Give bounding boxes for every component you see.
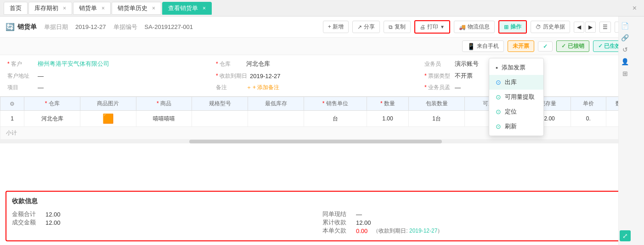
sub-toolbar: 📱 来自手机 未开票 ✓ ✓ 已核销 ✓ 已生效 [0,38,631,55]
payment-date-label: 收款到期日 [216,72,247,80]
new-button[interactable]: + 新增 [323,21,349,33]
settings-icon[interactable]: ⚙ [10,101,15,107]
total-row: 金额合计 12.00 [12,210,309,218]
ticket-type-label: 票据类型 [424,72,452,80]
nav-prev[interactable]: ◀ [574,22,584,33]
view-toggle-list[interactable]: ☰ [599,22,611,33]
warehouse-value: 河北仓库 [246,60,270,68]
print-button[interactable]: 🖨 打印 ▼ [414,20,450,34]
checked-badge: ✓ 已核销 [556,40,589,52]
tab-close-inventory[interactable]: × [63,5,66,11]
project-row: 项目 — [7,84,207,91]
share-button[interactable]: ↗ 分享 [352,21,380,33]
outbound-icon: ⊙ [496,79,501,86]
tab-close-sales[interactable]: × [102,5,105,11]
no-label: 单据编号 [113,23,137,31]
tab-history[interactable]: 销货单历史 × [112,2,161,15]
sidebar-icon-doc[interactable]: 📄 [620,20,631,31]
project-label: 项目 [7,84,35,91]
payment-date-row: 收款到期日 2019-12-27 [216,72,415,80]
cumulative-value: 12.00 [356,219,371,226]
ops-button[interactable]: ⊞ 操作 [498,20,527,34]
logistics-button[interactable]: 🚚 物流信息 [454,21,495,33]
row-product: 嘻嘻嘻嘻 [136,111,192,127]
dropdown-item-locate[interactable]: ⊙ 定位 [489,104,543,119]
note-row: 备注 ＋ + 添加备注 [216,84,415,91]
row-num: 1 [0,111,24,127]
dropdown-item-refresh[interactable]: ⊙ 刷新 [489,119,543,134]
note-label: 备注 [216,84,243,91]
owed-label: 本单欠款 [322,227,352,235]
col-warehouse: 仓库 [24,97,80,111]
staff2-label: 业务员孟 [424,84,452,91]
tab-bar: 首页 库存期初 × 销货单 × 销货单历史 × 查看销货单 × × [0,0,644,17]
tab-close-history[interactable]: × [152,5,155,11]
doc-title: 🔄 销货单 [6,23,37,31]
nav-next[interactable]: ▶ [585,22,596,33]
invoice-icon: ▪ [496,64,498,71]
dropdown-item-invoice[interactable]: ▪ 添加发票 [489,60,543,75]
address-row: 客户地址 — [7,72,207,80]
owed-row: 本单欠款 0.00 （收款到期日: 2019-12-27） [322,227,619,235]
deal-amount-label: 成交金额 [12,218,42,227]
global-close-button[interactable]: × [629,4,640,12]
open-badge: 未开票 [508,40,534,52]
copy-button[interactable]: ⧉ 复制 [384,21,411,33]
col-min-stock: 最低库存 [248,97,304,111]
no-value: SA-20191227-001 [145,23,193,30]
tab-inventory[interactable]: 库存期初 × [28,2,72,15]
tab-home[interactable]: 首页 [4,2,28,15]
customer-label: 客户 [7,60,35,68]
col-pkg-qty: 包装数量 [409,97,465,111]
same-order-label: 同单现结 [322,210,352,218]
locate-icon: ⊙ [496,108,501,115]
scrollbar-thumb[interactable] [189,140,442,143]
same-order-row: 同单现结 — [322,210,619,218]
row-min-stock [248,111,304,127]
right-sidebar: 📄 🔗 ↺ 👤 ⊞ ⤢ [618,17,631,245]
sidebar-icon-grid[interactable]: ⊞ [620,68,631,79]
customer-value[interactable]: 柳州粤港平安气体有限公司 [38,60,109,68]
row-image: 🟧 [80,111,136,127]
owed-note: （收款到期日: 2019-12-27） [373,227,443,235]
sidebar-icon-link[interactable]: 🔗 [620,32,631,43]
cumulative-label: 累计收款 [322,218,352,227]
row-qty: 1.00 [367,111,409,127]
payment-info-title: 收款信息 [12,197,619,205]
phone-icon: 📱 [467,43,475,50]
same-order-value: — [356,211,362,218]
nav-arrows: ◀ ▶ [574,22,596,33]
total-label: 金额合计 [12,210,42,218]
owed-value: 0.00 [356,228,367,234]
tab-view-sales[interactable]: 查看销货单 × [162,2,212,15]
col-qty: 数量 [367,97,409,111]
dropdown-item-outbound[interactable]: ⊙ 出库 [489,75,543,90]
col-unit: 销售单位 [304,97,367,111]
sidebar-icon-expand[interactable]: ⤢ [620,230,631,241]
deal-amount-value: 12.00 [45,219,61,226]
doc-icon: 🔄 [6,23,15,31]
add-note-button[interactable]: ＋ + 添加备注 [246,84,279,91]
col-settings[interactable]: ⚙ [0,97,24,111]
address-label: 客户地址 [7,72,35,80]
deal-amount-row: 成交金额 12.00 [12,218,309,227]
sidebar-icon-refresh[interactable]: ↺ [620,44,631,55]
tab-close-view-sales[interactable]: × [203,5,206,11]
col-product: 商品 [136,97,192,111]
history-button[interactable]: ⏱ 历史单据 [531,21,570,33]
project-value: — [38,84,44,91]
address-value: — [38,73,44,80]
phone-button[interactable]: 📱 来自手机 [462,40,504,52]
dropdown-item-avail[interactable]: ⊙ 可用量提取 [489,90,543,104]
sidebar-icon-user[interactable]: 👤 [620,56,631,67]
staff-label: 业务员 [424,60,452,68]
dropdown-menu: ▪ 添加发票 ⊙ 出库 ⊙ 可用量提取 ⊙ 定位 ⊙ 刷新 [489,58,544,136]
plus-icon: ＋ [246,84,252,91]
scrollbar[interactable] [0,140,631,143]
warehouse-row: 仓库 河北仓库 [216,60,415,68]
date-label: 单据日期 [44,23,68,31]
tab-sales[interactable]: 销货单 × [73,2,111,15]
check-button[interactable]: ✓ [538,41,553,51]
doc-header: 🔄 销货单 单据日期 2019-12-27 单据编号 SA-20191227-0… [0,17,631,38]
total-value: 12.00 [45,211,61,218]
